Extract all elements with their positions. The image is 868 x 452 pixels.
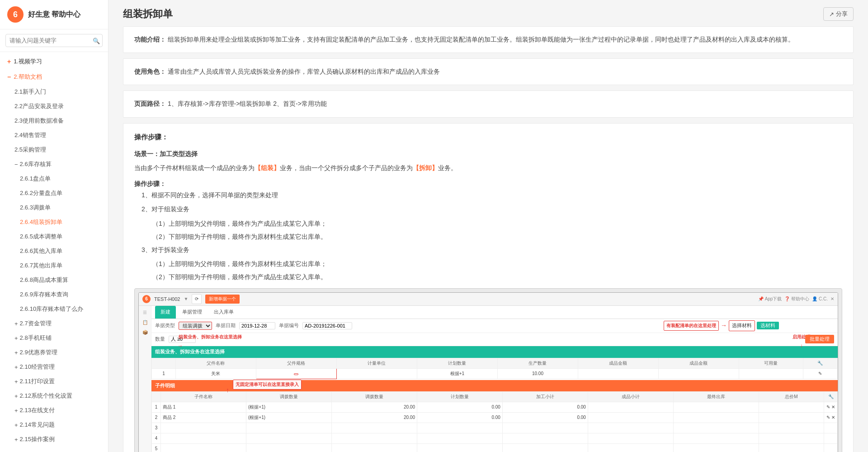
upper-cell-avail [739,368,803,379]
lower-th-5: 加工小计 [502,392,588,402]
annotation-arrow-4: ↑ [226,385,229,396]
sidebar-item-other-in[interactable]: 2.6.6其他入库单 [0,244,108,258]
step3-sub1: （1）上部明细为父件明细，最终作为原材料生成某它出库单； [152,258,842,270]
path-text: 1、库存核算->库存管理->组装拆卸单 2、首页->常用功能 [168,100,327,107]
logo-icon: 6 [7,6,24,23]
upper-th-6: 成品金额 [578,358,658,368]
sidebar-item-stocktake[interactable]: 2.6.1盘点单 [0,171,108,186]
lower-table: 子件名称 调拨数量 调拨数量 计划数量 加工小计 成品小计 最终出库 总价M � [151,391,838,452]
share-button[interactable]: ↗ 分享 [823,7,854,21]
upper-cell-num: 1 [152,368,176,379]
tab-new[interactable]: 新建 [155,306,176,319]
type-select[interactable]: 组装调拨 [179,322,212,330]
sidebar-item-cost-adj[interactable]: 2.6.5成本调整单 [0,229,108,244]
sidebar-item-biz[interactable]: +2.10经营管理 [0,360,108,374]
sidebar-item-label: 1.视频学习 [14,57,42,66]
role-card: 使用角色： 通常由生产人员或库管人员完成拆装业务的操作，库管人员确认原材料的出库… [123,58,854,85]
sidebar-item-ledger[interactable]: 2.6.9库存账本查询 [0,287,108,302]
lower-th-3: 调拨数量 [331,392,417,402]
step2-sub1: （1）上部明细为父件明细，最终作为产成品生成某它入库单； [152,218,842,229]
upper-th-1: 父件名称 [175,358,256,368]
sidebar-item-system[interactable]: +2.12系统个性化设置 [0,389,108,403]
lower-cell-c4-2: 20.00 [331,413,417,423]
date-label: 单据日期 [216,321,236,330]
sidebar-item-assembly[interactable]: 2.6.4组装拆卸单 [0,215,108,229]
sidebar-item-other-out[interactable]: 2.6.7其他出库单 [0,258,108,273]
lower-th-4: 计划数量 [417,392,502,402]
nav-icon-3[interactable]: 📦 [142,328,148,337]
upper-cell-plan: 根据+1 [417,368,497,379]
main-header: 组装拆卸单 ↗ 分享 [108,0,868,26]
sidebar-item-partial-stocktake[interactable]: 2.6.2分量盘点单 [0,186,108,200]
intro-text: 组装拆卸单用来处理企业组装或拆卸等加工业务，支持有固定装配清单的产品加工业务，也… [168,36,794,43]
upper-cell-amt2 [658,368,739,379]
nav-icon-1[interactable]: ☰ [143,309,147,317]
annotation-label-4: 无固定清单可以在这里直接录入 [233,380,302,390]
lower-cell-c4-1: 20.00 [331,402,417,413]
intro-card: 功能介绍： 组装拆卸单用来处理企业组装或拆卸等加工业务，支持有固定装配清单的产品… [123,26,854,53]
lower-th-9: 🔧 [824,392,838,402]
sidebar-item-purchase[interactable]: 2.5采购管理 [0,143,108,157]
sidebar-item-transfer[interactable]: 2.6.3调拨单 [0,200,108,215]
sidebar-item-newbie[interactable]: 2.1新手入门 [0,85,108,99]
sidebar-item-docs[interactable]: − 2.帮助文档 [0,69,108,85]
sidebar-item-payment[interactable]: +2.13在线支付 [0,403,108,418]
app-icon-2: ❓ 帮助中心 [784,295,809,303]
num-input[interactable] [302,322,352,329]
expand-icon-coupon: + [14,349,18,356]
search-button[interactable]: 🔍 [93,37,100,44]
num-label: 单据编号 [279,321,299,330]
app-new-doc-btn[interactable]: 新增单据一个 [205,295,240,304]
tab-other[interactable]: 出入库单 [208,306,239,319]
sidebar-item-cost-recalc[interactable]: 2.6.8商品成本重算 [0,273,108,287]
sidebar-item-install[interactable]: 2.2产品安装及登录 [0,99,108,114]
upper-cell-spec [256,368,336,379]
path-label: 页面路径： [134,100,166,107]
lower-cell-c6-2: 0.00 [502,413,588,423]
app-window-title: TEST-H002 [154,295,180,304]
sidebar-item-sales[interactable]: 2.4销售管理 [0,128,108,143]
batch-btn[interactable]: 批量处理 [805,335,834,343]
nav-icon-2[interactable]: 📋 [142,319,148,327]
sidebar-item-cases[interactable]: +2.15操作案例 [0,432,108,447]
sidebar-item-label: 2.帮助文档 [14,73,42,81]
app-icon-1: 📌 App下载 [758,295,782,303]
sidebar-item-finance[interactable]: +2.7资金管理 [0,316,108,331]
upper-cell-action[interactable]: ✎ [803,368,837,379]
search-input[interactable] [5,34,103,47]
qty-label: 数量 [155,335,165,344]
sidebar-item-print[interactable]: +2.11打印设置 [0,374,108,389]
annotation-arrow-2: ↑ [175,345,185,347]
expand-icon-cases: + [14,436,18,443]
share-label: 分享 [836,10,848,18]
select-material-btn[interactable]: 选材料 [757,322,779,329]
sidebar-item-ledger-error[interactable]: 2.6.10库存账本错了么办 [0,302,108,316]
lower-cell-action-1[interactable]: ✎ ✕ [824,402,838,413]
scenario1-title: 场景一：加工类型选择 [134,148,842,160]
upper-table: 父件名称 父件规格 计量单位 计划数量 生产数量 成品金额 成品金额 可用量 � [151,358,838,379]
upper-section-header: 组装业务、拆卸业务在这里选择 [151,346,838,358]
sidebar-item-faq[interactable]: +2.14常见问题 [0,418,108,432]
lower-th-7: 最终出库 [673,392,759,402]
lower-row-4: 4 [152,433,838,444]
sidebar-item-data-prep[interactable]: 2.3使用前数据准备 [0,114,108,128]
assembly-field[interactable]: 选择材料 [729,320,755,331]
sidebar-item-inventory[interactable]: −2.6库存核算 [0,157,108,171]
lower-cell-action-2[interactable]: ✎ ✕ [824,413,838,423]
lower-th-1: 子件名称 [161,392,246,402]
tab-list[interactable]: 单据管理 [177,306,208,319]
app-icon-3: 👤 C.C. [812,295,828,303]
date-input[interactable] [239,322,275,329]
app-left-nav: ☰ 📋 📦 [139,306,151,452]
expand-icon-mobile: + [14,335,18,342]
lower-th-8: 总价M [759,392,824,402]
upper-row-1: 1 关米 根据+1 10.00 [152,368,838,379]
sidebar-item-coupon[interactable]: +2.9优惠券管理 [0,345,108,360]
sidebar-item-mobile[interactable]: +2.8手机旺铺 [0,331,108,345]
lower-cell-c8-1 [673,402,759,413]
app-refresh[interactable]: ⟳ [192,294,202,304]
close-icon[interactable]: ✕ [830,295,834,303]
scenario1-desc: 当由多个子件材料组装成一个成品的业务为【组装】业务，当由一个父件拆分成多个子产品… [134,162,842,174]
sidebar-item-videos[interactable]: + 1.视频学习 [0,54,108,69]
annotation-arrow-1: → [721,320,727,331]
